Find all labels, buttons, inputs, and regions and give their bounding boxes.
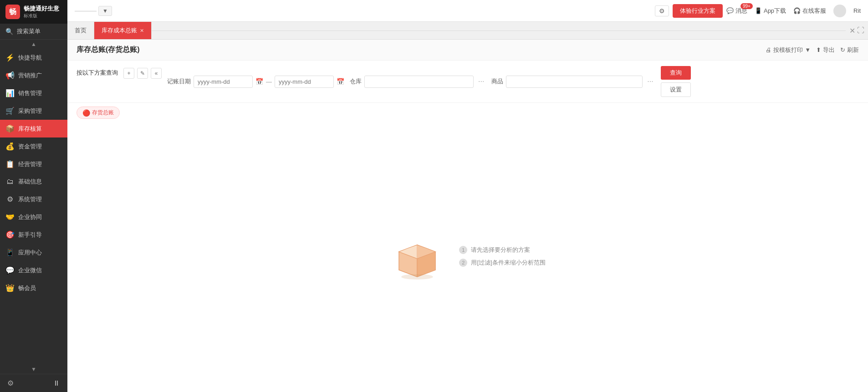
print-label: 按模板打印	[773, 46, 803, 54]
print-icon: 🖨	[766, 46, 771, 53]
sidebar-item-inventory[interactable]: 📦 库存核算	[0, 120, 67, 137]
filter-add-btn[interactable]: +	[123, 68, 134, 79]
sidebar-item-purchase[interactable]: 🛒 采购管理	[0, 102, 67, 120]
sidebar-item-label: 畅会员	[18, 284, 36, 292]
phone-icon: 📱	[755, 7, 762, 14]
page-header-actions: 🖨 按模板打印 ▼ ⬆ 导出 ↻ 刷新	[766, 46, 859, 54]
main-content: ———— ▼ ⚙ 体验行业方案 💬 消息 99+ 📱 App下载 🎧 在线客服 …	[67, 0, 868, 392]
tab-close-icon[interactable]: ✕	[140, 28, 144, 34]
sidebar-item-newbie[interactable]: 🎯 新手引导	[0, 226, 67, 244]
sales-icon: 📊	[5, 89, 15, 97]
sidebar-item-sales[interactable]: 📊 销售管理	[0, 84, 67, 102]
vip-icon: 👑	[5, 284, 15, 292]
sidebar-item-system[interactable]: ⚙ 系统管理	[0, 190, 67, 208]
date-dash: —	[266, 78, 272, 85]
settings-btn[interactable]: 设置	[661, 82, 691, 97]
topbar-right: 💬 消息 99+ 📱 App下载 🎧 在线客服 Rit	[726, 5, 861, 17]
calendar-start-icon[interactable]: 📅	[255, 78, 263, 85]
saved-filter-tag-inventory[interactable]: 🔴 存货总账	[77, 107, 120, 119]
sidebar-item-vip[interactable]: 👑 畅会员	[0, 279, 67, 297]
sidebar-item-label: 采购管理	[18, 107, 42, 115]
industry-btn[interactable]: 体验行业方案	[673, 4, 723, 18]
tag-circle-icon: 🔴	[82, 109, 90, 117]
product-input[interactable]	[506, 76, 643, 88]
app-center-icon: 📱	[5, 248, 15, 257]
message-icon: 💬	[726, 7, 734, 14]
search-icon: 🔍	[5, 28, 13, 35]
print-dropdown-icon[interactable]: ▼	[805, 46, 811, 53]
sidebar-item-label: 营销推广	[18, 71, 42, 80]
sidebar-item-weixin[interactable]: 💬 企业微信	[0, 261, 67, 279]
date-field-label: 记账日期	[167, 77, 191, 86]
logo-text: 畅捷通好生意 标准版	[24, 5, 59, 19]
product-filter-group: 商品 ···	[491, 76, 655, 88]
warehouse-more-btn[interactable]: ···	[476, 77, 486, 86]
sidebar-item-label: 新手引导	[18, 231, 42, 239]
operations-icon: 📋	[5, 160, 15, 168]
tab-close-btn[interactable]: ✕	[849, 26, 855, 35]
quick-nav-icon: ⚡	[5, 53, 15, 62]
warehouse-filter-group: 仓库 ···	[350, 76, 486, 88]
sidebar-item-label: 销售管理	[18, 89, 42, 97]
nav-dropdown-btn[interactable]: ▼	[98, 6, 112, 16]
export-btn[interactable]: ⬆ 导出	[816, 46, 835, 54]
message-badge: 99+	[740, 3, 753, 9]
tab-maximize-icon[interactable]: ⛶	[857, 26, 864, 35]
sidebar-search[interactable]: 🔍 搜索菜单	[0, 24, 67, 40]
filter-edit-btn[interactable]: ✎	[137, 68, 148, 79]
audio-icon[interactable]: ⏸	[53, 379, 60, 387]
empty-illustration	[390, 229, 444, 284]
online-service-btn[interactable]: 🎧 在线客服	[793, 7, 826, 15]
filter-collapse-btn[interactable]: «	[151, 68, 162, 79]
brand-name: 畅捷通好生意	[24, 5, 59, 13]
tab-inventory-cost[interactable]: 库存成本总账 ✕	[94, 22, 152, 39]
system-icon: ⚙	[5, 195, 15, 204]
filter-bar: 按以下方案查询 + ✎ « 记账日期 📅 — 📅	[67, 61, 868, 103]
scroll-up-arrow[interactable]: ▲	[0, 40, 67, 49]
filter-actions: + ✎ «	[123, 66, 162, 79]
sidebar-logo: 畅 畅捷通好生意 标准版	[0, 0, 67, 24]
date-filter-group: 记账日期 📅 — 📅	[167, 76, 344, 88]
sidebar-menu: ⚡ 快捷导航 📢 营销推广 📊 销售管理 🛒 采购管理 📦 库存核算 💰 资金管…	[0, 49, 67, 365]
sidebar-item-finance[interactable]: 💰 资金管理	[0, 137, 67, 155]
basic-info-icon: 🗂	[5, 178, 15, 186]
tab-home[interactable]: 首页	[67, 22, 94, 39]
logo-icon: 畅	[5, 5, 20, 19]
sidebar-item-quick-nav[interactable]: ⚡ 快捷导航	[0, 49, 67, 66]
settings-bottom-icon[interactable]: ⚙	[7, 379, 14, 387]
empty-state: 1 请先选择要分析的方案 2 用[过滤]条件来缩小分析范围	[67, 121, 868, 392]
user-avatar[interactable]	[833, 5, 846, 17]
product-more-btn[interactable]: ···	[645, 77, 655, 86]
sidebar-item-basic-info[interactable]: 🗂 基础信息	[0, 173, 67, 190]
online-service-label: 在线客服	[802, 7, 826, 15]
refresh-icon: ↻	[840, 46, 845, 53]
edition-label: 标准版	[24, 13, 59, 19]
empty-hint-2: 2 用[过滤]条件来缩小分析范围	[459, 259, 545, 267]
tab-inventory-cost-label: 库存成本总账	[102, 26, 137, 35]
breadcrumb-placeholder: ————	[75, 8, 97, 14]
date-start-input[interactable]	[194, 76, 253, 88]
calendar-end-icon[interactable]: 📅	[337, 78, 344, 85]
sidebar-item-label: 资金管理	[18, 143, 42, 151]
topbar-settings-btn[interactable]: ⚙	[655, 5, 669, 16]
sidebar-item-marketing[interactable]: 📢 营销推广	[0, 66, 67, 84]
sidebar-item-enterprise[interactable]: 🤝 企业协同	[0, 208, 67, 226]
query-btn[interactable]: 查询	[661, 66, 691, 80]
sidebar-item-label: 应用中心	[18, 249, 42, 257]
page-header: 库存总账(存货总账) 🖨 按模板打印 ▼ ⬆ 导出 ↻ 刷新	[67, 40, 868, 61]
settings-icon: ⚙	[659, 7, 665, 15]
finance-icon: 💰	[5, 142, 15, 151]
refresh-btn[interactable]: ↻ 刷新	[840, 46, 859, 54]
page-title: 库存总账(存货总账)	[77, 45, 140, 55]
sidebar-item-label: 快捷导航	[18, 54, 42, 62]
warehouse-label: 仓库	[350, 77, 362, 86]
date-end-input[interactable]	[275, 76, 334, 88]
print-btn[interactable]: 🖨 按模板打印 ▼	[766, 46, 811, 54]
warehouse-input[interactable]	[364, 76, 474, 88]
scroll-down-arrow[interactable]: ▼	[0, 365, 67, 374]
sidebar-item-operations[interactable]: 📋 经营管理	[0, 155, 67, 173]
sidebar-item-app-center[interactable]: 📱 应用中心	[0, 244, 67, 261]
message-btn[interactable]: 💬 消息 99+	[726, 7, 747, 15]
purchase-icon: 🛒	[5, 107, 15, 115]
app-download-btn[interactable]: 📱 App下载	[755, 7, 786, 15]
